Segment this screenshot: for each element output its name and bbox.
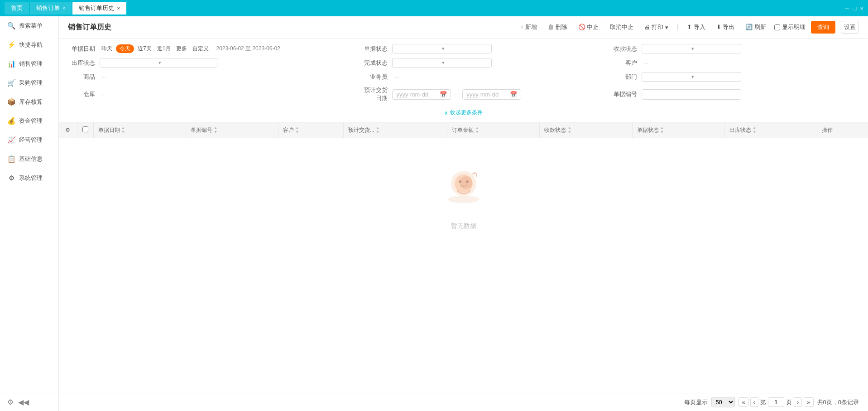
tab-sales-history[interactable]: 销售订单历史 × <box>72 2 126 15</box>
out-status-select[interactable]: ▾ <box>100 58 217 68</box>
data-table: ⚙ 单据日期 ▲▼ 单据编号 ▲▼ <box>59 122 868 257</box>
sidebar-item-finance[interactable]: 💰 资金管理 <box>0 111 58 131</box>
col-no[interactable]: 单据编号 ▲▼ <box>186 122 278 138</box>
product-input-dots[interactable]: ··· <box>101 73 106 80</box>
refresh-button[interactable]: 🔄 刷新 <box>743 21 769 33</box>
window-close-btn[interactable]: × <box>860 5 863 12</box>
delete-label: 🗑 删除 <box>548 23 567 31</box>
toolbar-divider <box>677 24 678 30</box>
date-btn-today[interactable]: 今天 <box>116 44 134 53</box>
col-customer[interactable]: 客户 ▲▼ <box>278 122 343 138</box>
table-settings-col[interactable]: ⚙ <box>59 122 77 138</box>
receipt-status-select[interactable]: ▾ <box>642 44 741 53</box>
empty-state-cell: 暂无数据 <box>59 138 868 258</box>
table-check-col[interactable] <box>77 122 93 138</box>
date-btn-7days[interactable]: 近7天 <box>136 44 153 53</box>
complete-status-select[interactable]: ▾ <box>392 58 492 68</box>
product-filter: ··· <box>100 73 360 80</box>
col-receipt-status-sort: ▲▼ <box>567 126 571 134</box>
maximize-btn[interactable]: □ <box>853 5 857 12</box>
expected-date-start[interactable]: yyyy-mm-dd 📅 <box>392 89 451 100</box>
sidebar-item-search[interactable]: 🔍 搜索菜单 <box>0 16 58 35</box>
svg-point-5 <box>466 180 469 183</box>
minimize-btn[interactable]: ─ <box>845 5 849 12</box>
cancel-stop-button[interactable]: 取消中止 <box>607 21 636 33</box>
current-page-input[interactable] <box>768 397 784 407</box>
tab-sales-order-close[interactable]: × <box>62 5 65 11</box>
date-btn-yesterday[interactable]: 昨天 <box>100 44 114 53</box>
calendar-start-icon: 📅 <box>440 91 447 98</box>
import-button[interactable]: ⬆ 导入 <box>684 21 708 33</box>
col-out-status[interactable]: 出库状态 ▲▼ <box>724 122 817 138</box>
delete-button[interactable]: 🗑 删除 <box>545 21 570 33</box>
content-area: 销售订单历史 + 新增 🗑 删除 🚫 中止 取消中止 🖨 打印 ▾ <box>59 16 868 411</box>
stop-button[interactable]: 🚫 中止 <box>575 21 602 33</box>
sidebar-item-purchase[interactable]: 🛒 采购管理 <box>0 73 58 92</box>
bill-status-arrow: ▾ <box>442 46 488 52</box>
page-nav: « ‹ 第 页 › » <box>739 397 813 407</box>
date-separator: — <box>454 91 460 98</box>
sidebar-item-operations[interactable]: 📈 经营管理 <box>0 131 58 150</box>
print-button[interactable]: 🖨 打印 ▾ <box>642 21 671 33</box>
sidebar-item-basicinfo[interactable]: 📋 基础信息 <box>0 150 58 169</box>
col-receipt-status[interactable]: 收款状态 ▲▼ <box>540 122 632 138</box>
col-expected-date[interactable]: 预计交货... ▲▼ <box>343 122 447 138</box>
collapse-icon: ∧ <box>444 110 448 116</box>
customer-label: 客户 <box>610 59 642 67</box>
sidebar-item-sales[interactable]: 📊 销售管理 <box>0 54 58 73</box>
tab-sales-order[interactable]: 销售订单 × <box>30 2 72 15</box>
page-size-label: 每页显示 <box>684 398 708 406</box>
col-date[interactable]: 单据日期 ▲▼ <box>93 122 186 138</box>
sales-icon: 📊 <box>7 60 15 68</box>
collapse-row[interactable]: ∧ 收起更多条件 <box>68 107 859 116</box>
expected-date-end[interactable]: yyyy-mm-dd 📅 <box>462 89 521 100</box>
tab-home[interactable]: 首页 <box>5 2 29 15</box>
settings-button[interactable]: 设置 <box>841 21 859 34</box>
date-btn-custom[interactable]: 自定义 <box>191 44 211 53</box>
receipt-status-label: 收款状态 <box>610 45 642 53</box>
settings-bottom-icon[interactable]: ⚙ <box>7 398 14 406</box>
col-out-status-sort: ▲▼ <box>753 126 757 134</box>
display-detail-toggle[interactable]: 显示明细 <box>774 23 806 31</box>
calendar-end-icon: 📅 <box>510 91 517 98</box>
empty-illustration <box>441 165 486 206</box>
bill-status-select[interactable]: ▾ <box>392 44 492 53</box>
last-page-btn[interactable]: » <box>804 397 813 407</box>
first-page-btn[interactable]: « <box>739 397 748 407</box>
customer-input-dots[interactable]: ··· <box>643 59 648 66</box>
page-size-select[interactable]: 50 20 100 <box>711 397 735 407</box>
col-date-sort: ▲▼ <box>121 126 125 134</box>
search-icon: 🔍 <box>7 22 15 30</box>
bill-no-input[interactable] <box>642 89 741 100</box>
sidebar-item-inventory[interactable]: 📦 库存核算 <box>0 92 58 111</box>
sidebar-item-system[interactable]: ⚙ 系统管理 <box>0 169 58 188</box>
svg-point-3 <box>460 176 472 189</box>
print-label: 🖨 打印 <box>644 23 664 31</box>
col-amount[interactable]: 订单金额 ▲▼ <box>447 122 540 138</box>
col-expected-date-label: 预计交货... <box>348 126 374 134</box>
next-page-btn[interactable]: › <box>794 397 802 407</box>
new-button[interactable]: + 新增 <box>518 21 540 33</box>
tab-sales-history-label: 销售订单历史 <box>79 4 114 12</box>
date-btn-more[interactable]: 更多 <box>174 44 189 53</box>
col-bill-status[interactable]: 单据状态 ▲▼ <box>632 122 724 138</box>
select-all-checkbox[interactable] <box>82 126 88 132</box>
sidebar-item-quicknav[interactable]: ⚡ 快捷导航 <box>0 35 58 54</box>
col-action-label: 操作 <box>822 127 833 133</box>
salesperson-filter: ··· <box>392 73 609 80</box>
export-button[interactable]: ⬇ 导出 <box>714 21 738 33</box>
date-filter-value: 昨天 今天 近7天 近1月 更多 自定义 2023-06-02 至 2023-0… <box>100 44 360 53</box>
warehouse-input-dots[interactable]: ··· <box>101 91 106 98</box>
collapse-sidebar-icon[interactable]: ◀◀ <box>18 398 29 406</box>
salesperson-input-dots[interactable]: ··· <box>394 73 399 80</box>
display-detail-checkbox[interactable] <box>774 24 780 30</box>
query-button[interactable]: 查询 <box>811 21 835 34</box>
bill-status-label: 单据状态 <box>360 45 392 53</box>
prev-page-btn[interactable]: ‹ <box>750 397 758 407</box>
department-select[interactable]: ▾ <box>642 72 741 82</box>
col-no-label: 单据编号 <box>191 126 212 134</box>
tab-sales-history-close[interactable]: × <box>117 5 120 11</box>
date-btn-1month[interactable]: 近1月 <box>155 44 173 53</box>
new-label: + 新增 <box>520 23 537 31</box>
current-page-prefix: 第 <box>760 398 766 406</box>
